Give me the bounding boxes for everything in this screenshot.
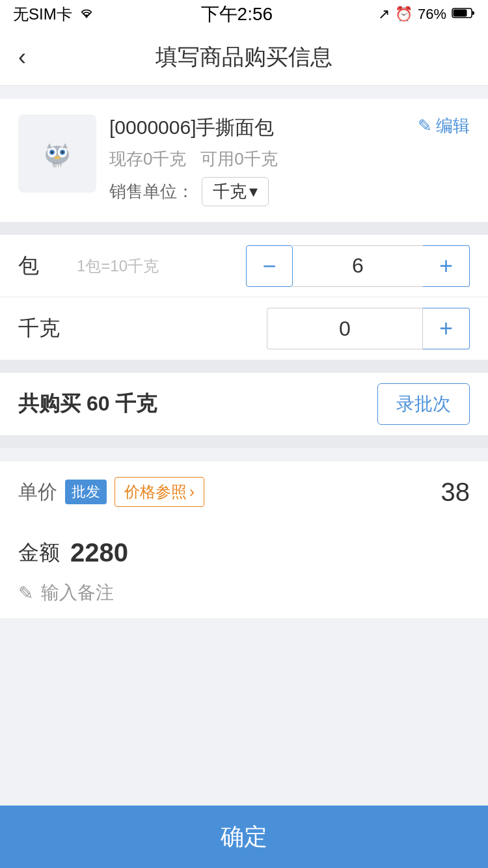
remark-placeholder[interactable]: 输入备注 [41, 580, 114, 605]
unit-select[interactable]: 千克 ▾ [202, 177, 269, 206]
nav-bar: ‹ 填写商品购买信息 [0, 29, 488, 86]
product-name: [0000006]手撕面包 [109, 115, 274, 141]
status-right: ↗ ⏰ 76% [378, 6, 475, 23]
page-title: 填写商品购买信息 [156, 42, 332, 72]
bag-quantity-input[interactable] [293, 245, 423, 287]
kg-label: 千克 [18, 314, 70, 343]
confirm-button-label: 确定 [221, 821, 267, 853]
total-text: 共购买 60 千克 [18, 390, 157, 418]
battery-icon [452, 6, 475, 23]
price-row: 单价 批发 价格参照 › 38 [18, 477, 470, 507]
amount-section: 金额 2280 ✎ 输入备注 [0, 522, 488, 618]
svg-point-8 [51, 151, 53, 154]
amount-value: 2280 [70, 538, 128, 567]
divider-1 [0, 222, 488, 235]
kg-input-control: + [267, 308, 470, 349]
price-tag-batch: 批发 [65, 480, 107, 504]
minus-icon: − [262, 252, 276, 280]
price-label: 单价 批发 价格参照 › [18, 477, 204, 507]
alarm-icon: ⏰ [395, 6, 413, 23]
product-info: [0000006]手撕面包 ✎ 编辑 现存0千克 可用0千克 销售单位： 千克 … [109, 115, 470, 206]
price-ref-button[interactable]: 价格参照 › [115, 477, 204, 507]
back-button[interactable]: ‹ [18, 44, 26, 71]
status-bar: 无SIM卡 下午2:56 ↗ ⏰ 76% [0, 0, 488, 29]
total-quantity: 60 [87, 392, 110, 415]
kg-input-row: 千克 + [0, 297, 488, 360]
carrier-text: 无SIM卡 [13, 4, 72, 25]
price-section: 单价 批发 价格参照 › 38 [0, 461, 488, 522]
remark-pencil-icon: ✎ [18, 582, 33, 604]
battery-text: 76% [418, 6, 446, 23]
confirm-button-area[interactable]: 确定 [0, 806, 488, 868]
remark-row[interactable]: ✎ 输入备注 [18, 580, 470, 618]
price-ref-arrow: › [189, 483, 195, 501]
plus-icon: + [439, 252, 453, 280]
svg-point-10 [54, 156, 61, 159]
total-row: 共购买 60 千克 录批次 [0, 373, 488, 435]
product-stock: 现存0千克 可用0千克 [109, 148, 470, 170]
wifi-icon [77, 5, 96, 23]
location-icon: ↗ [378, 6, 390, 23]
divider-3 [0, 435, 488, 448]
svg-point-0 [85, 16, 87, 18]
product-image: 智计 [18, 115, 96, 193]
status-left: 无SIM卡 [13, 4, 96, 25]
svg-point-9 [61, 151, 64, 154]
kg-plus-icon: + [439, 315, 453, 342]
bag-label: 包 [18, 252, 70, 280]
svg-text:智计: 智计 [52, 162, 62, 168]
edit-icon: ✎ [418, 116, 432, 136]
bag-input-row: 包 1包=10千克 − + [0, 235, 488, 297]
dropdown-icon: ▾ [249, 182, 258, 202]
svg-rect-2 [454, 10, 467, 17]
edit-button[interactable]: ✎ 编辑 [418, 115, 470, 137]
bag-hint: 1包=10千克 [77, 256, 246, 277]
input-section: 包 1包=10千克 − + 千克 + [0, 235, 488, 360]
batch-button[interactable]: 录批次 [377, 383, 470, 425]
product-unit-row: 销售单位： 千克 ▾ [109, 177, 470, 206]
amount-label: 金额 [18, 539, 60, 567]
kg-increment-button[interactable]: + [423, 308, 470, 349]
kg-quantity-input[interactable] [267, 308, 423, 349]
amount-row: 金额 2280 [18, 538, 470, 567]
bag-increment-button[interactable]: + [423, 245, 470, 287]
product-card: 智计 [0000006]手撕面包 ✎ 编辑 现存0千克 可用0千克 销售单位： … [0, 99, 488, 222]
price-value: 38 [441, 478, 470, 507]
divider-2 [0, 360, 488, 373]
status-time: 下午2:56 [201, 2, 273, 27]
empty-area [0, 618, 488, 813]
bag-decrement-button[interactable]: − [246, 245, 293, 287]
bag-input-control: − + [246, 245, 470, 287]
